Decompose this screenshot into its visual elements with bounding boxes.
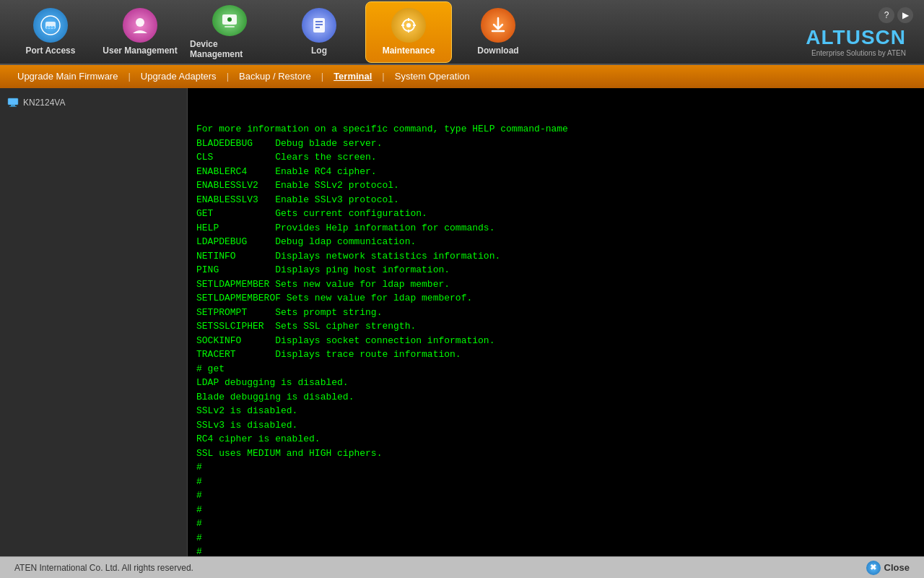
device-management-label: Device Management bbox=[190, 39, 269, 59]
terminal-line: NETINFO Displays network statistics info… bbox=[196, 249, 915, 264]
nav-item-maintenance[interactable]: Maintenance bbox=[365, 1, 452, 63]
terminal-line: # bbox=[196, 503, 915, 517]
logo-text: ALTUSCN bbox=[806, 26, 906, 49]
terminal-line: SETLDAPMEMBER Sets new value for ldap me… bbox=[196, 277, 915, 292]
nav-item-log[interactable]: Log bbox=[276, 1, 362, 63]
sidebar-item-label: KN2124VA bbox=[23, 98, 65, 108]
terminal-line: # bbox=[196, 460, 915, 475]
nav-items: Port AccessUser ManagementDevice Managem… bbox=[7, 1, 541, 63]
user-management-label: User Management bbox=[103, 46, 177, 56]
terminal-line: # bbox=[196, 545, 915, 556]
svg-rect-9 bbox=[313, 18, 325, 33]
user-management-icon bbox=[123, 8, 157, 43]
terminal-line: # bbox=[196, 517, 915, 531]
terminal-line: GET Gets current configuration. bbox=[196, 207, 915, 221]
log-icon bbox=[302, 8, 336, 43]
terminal-line: For more information on a specific comma… bbox=[196, 122, 915, 137]
log-label: Log bbox=[311, 46, 327, 56]
sidebar-item-kn2124va[interactable]: KN2124VA bbox=[0, 94, 187, 111]
sound-icon[interactable]: ▶ bbox=[897, 7, 913, 23]
sub-nav-item-backup-restore[interactable]: Backup / Restore bbox=[229, 65, 321, 88]
terminal-line: ENABLESSLV2 Enable SSLv2 protocol. bbox=[196, 178, 915, 193]
svg-rect-8 bbox=[225, 26, 235, 27]
sub-nav-sep-3: | bbox=[321, 65, 323, 88]
terminal-line: ENABLESSLV3 Enable SSLv3 protocol. bbox=[196, 193, 915, 207]
terminal-line: SSLv3 is disabled. bbox=[196, 418, 915, 433]
maintenance-label: Maintenance bbox=[383, 46, 435, 56]
terminal-line: # get bbox=[196, 362, 915, 376]
terminal-line: SETPROMPT Sets prompt string. bbox=[196, 306, 915, 320]
terminal-line: SETSSLCIPHER Sets SSL cipher strength. bbox=[196, 319, 915, 334]
logo-sub: Enterprise Solutions by ATEN bbox=[811, 49, 906, 57]
svg-point-7 bbox=[227, 17, 232, 22]
sub-navigation: Upgrade Main Firmware|Upgrade Adapters|B… bbox=[0, 65, 924, 88]
top-navigation: Port AccessUser ManagementDevice Managem… bbox=[0, 0, 924, 65]
close-icon: ✖ bbox=[866, 561, 881, 575]
sub-nav-sep-1: | bbox=[128, 65, 130, 88]
download-icon bbox=[481, 8, 515, 43]
terminal-line: # bbox=[196, 531, 915, 545]
sub-nav-item-upgrade-main[interactable]: Upgrade Main Firmware bbox=[7, 65, 128, 88]
terminal-line: Blade debugging is disabled. bbox=[196, 390, 915, 405]
port-access-icon bbox=[33, 8, 68, 43]
copyright-text: ATEN International Co. Ltd. All rights r… bbox=[14, 563, 193, 573]
svg-rect-21 bbox=[11, 105, 15, 106]
terminal-line: RC4 cipher is enabled. bbox=[196, 432, 915, 447]
terminal-line: SSL uses MEDIUM and HIGH ciphers. bbox=[196, 447, 915, 461]
nav-item-download[interactable]: Download bbox=[455, 1, 541, 63]
svg-point-14 bbox=[406, 23, 411, 27]
download-label: Download bbox=[477, 46, 518, 56]
terminal-line: LDAPDEBUG Debug ldap communication. bbox=[196, 235, 915, 249]
sub-nav-items: Upgrade Main Firmware|Upgrade Adapters|B… bbox=[7, 65, 480, 88]
help-icon[interactable]: ? bbox=[879, 7, 894, 23]
monitor-icon bbox=[7, 97, 19, 108]
close-button[interactable]: ✖ Close bbox=[866, 561, 910, 575]
sidebar: KN2124VA bbox=[0, 88, 188, 556]
close-label: Close bbox=[884, 562, 910, 573]
terminal-line: HELP Provides Help information for comma… bbox=[196, 221, 915, 236]
terminal-output[interactable]: For more information on a specific comma… bbox=[188, 88, 924, 556]
svg-point-5 bbox=[136, 18, 144, 27]
maintenance-icon bbox=[391, 8, 426, 43]
port-access-label: Port Access bbox=[26, 46, 76, 56]
sub-nav-item-terminal[interactable]: Terminal bbox=[323, 65, 382, 88]
nav-item-user-management[interactable]: User Management bbox=[97, 1, 183, 63]
terminal-lines: For more information on a specific comma… bbox=[196, 122, 915, 556]
sub-nav-item-upgrade-adapters[interactable]: Upgrade Adapters bbox=[131, 65, 227, 88]
status-bar: ATEN International Co. Ltd. All rights r… bbox=[0, 556, 924, 578]
sub-nav-item-system-operation[interactable]: System Operation bbox=[385, 65, 480, 88]
svg-rect-22 bbox=[9, 106, 17, 107]
svg-point-2 bbox=[46, 26, 49, 29]
terminal-line: CLS Clears the screen. bbox=[196, 150, 915, 165]
terminal-line: SOCKINFO Displays socket connection info… bbox=[196, 334, 915, 348]
nav-item-device-management[interactable]: Device Management bbox=[186, 1, 273, 63]
nav-item-port-access[interactable]: Port Access bbox=[7, 1, 94, 63]
terminal-line: BLADEDEBUG Debug blade server. bbox=[196, 137, 915, 151]
terminal-line: SETLDAPMEMBEROF Sets new value for ldap … bbox=[196, 291, 915, 306]
svg-point-3 bbox=[49, 26, 52, 29]
device-management-icon bbox=[212, 5, 247, 36]
terminal-line: LDAP debugging is disabled. bbox=[196, 376, 915, 390]
logo-area: ALTUSCN Enterprise Solutions by ATEN bbox=[806, 26, 913, 57]
sub-nav-sep-2: | bbox=[227, 65, 229, 88]
terminal-line: # bbox=[196, 475, 915, 489]
terminal-line: PING Displays ping host information. bbox=[196, 263, 915, 277]
terminal-line: TRACERT Displays trace route information… bbox=[196, 348, 915, 362]
main-content: KN2124VA For more information on a speci… bbox=[0, 88, 924, 556]
terminal-line: ENABLERC4 Enable RC4 cipher. bbox=[196, 165, 915, 179]
svg-rect-20 bbox=[8, 98, 18, 105]
svg-point-4 bbox=[52, 26, 55, 29]
sub-nav-sep-4: | bbox=[382, 65, 384, 88]
terminal-line: # bbox=[196, 488, 915, 503]
terminal-line: SSLv2 is disabled. bbox=[196, 404, 915, 418]
